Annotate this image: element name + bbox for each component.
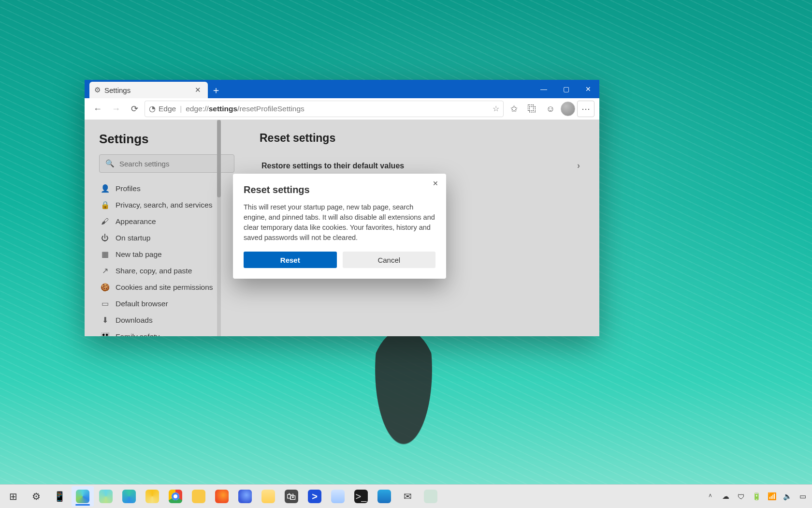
dialog-title: Reset settings — [244, 184, 435, 195]
maximize-button[interactable]: ▢ — [555, 80, 577, 98]
tab-close-button[interactable]: ✕ — [192, 85, 203, 95]
desktop-wallpaper: ⚙ Settings ✕ ＋ — ▢ ✕ ← → ⟳ ◔ Edge | — [0, 0, 812, 508]
minimize-button[interactable]: — — [533, 80, 555, 98]
profile-avatar[interactable] — [561, 102, 575, 116]
address-bar[interactable]: ◔ Edge | edge://settings/resetProfileSet… — [145, 101, 504, 117]
taskbar-chrome[interactable] — [164, 486, 187, 507]
tray-defender[interactable]: 🛡 — [734, 486, 748, 507]
edge-window: ⚙ Settings ✕ ＋ — ▢ ✕ ← → ⟳ ◔ Edge | — [85, 80, 599, 336]
back-button[interactable]: ← — [89, 101, 106, 117]
titlebar[interactable]: ⚙ Settings ✕ ＋ — ▢ ✕ — [85, 80, 599, 98]
url-text: edge://settings/resetProfileSettings — [186, 105, 304, 113]
dialog-close-button[interactable]: ✕ — [429, 177, 442, 190]
taskbar-notepad[interactable] — [327, 486, 349, 507]
taskbar-microsoft-store[interactable]: 🛍 — [280, 486, 303, 507]
forward-button[interactable]: → — [108, 101, 124, 117]
gear-icon: ⚙ — [94, 86, 101, 94]
refresh-button[interactable]: ⟳ — [126, 101, 143, 117]
tray-network[interactable]: 📶 — [765, 486, 779, 507]
window-controls: — ▢ ✕ — [533, 80, 599, 98]
taskbar-file-explorer[interactable] — [257, 486, 279, 507]
collections-button[interactable]: ⿻ — [524, 101, 540, 117]
taskbar-photos[interactable] — [373, 486, 395, 507]
tray-onedrive[interactable]: ☁ — [718, 486, 733, 507]
taskbar-edge-canary[interactable] — [141, 486, 163, 507]
favorite-star-icon[interactable]: ☆ — [493, 105, 499, 113]
taskbar-firefox[interactable] — [211, 486, 233, 507]
feedback-button[interactable]: ☺ — [542, 101, 559, 117]
taskbar-mail[interactable]: ✉ — [396, 486, 419, 507]
reset-settings-dialog: ✕ Reset settings This will reset your st… — [233, 174, 446, 279]
dialog-body: This will reset your startup page, new t… — [244, 202, 435, 243]
taskbar-edge-dev[interactable] — [118, 486, 140, 507]
favorites-button[interactable]: ✩ — [506, 101, 522, 117]
more-menu-button[interactable]: ⋯ — [577, 101, 594, 117]
browser-toolbar: ← → ⟳ ◔ Edge | edge://settings/resetProf… — [85, 98, 599, 120]
address-separator: | — [180, 105, 182, 113]
taskbar-edge[interactable] — [72, 486, 94, 507]
tab-title: Settings — [104, 86, 130, 94]
tray-tray-overflow[interactable]: ＾ — [703, 486, 717, 507]
tray-volume[interactable]: 🔈 — [780, 486, 795, 507]
site-label: Edge — [159, 105, 176, 113]
reset-button[interactable]: Reset — [244, 252, 337, 268]
wallpaper-penguin — [367, 329, 440, 464]
taskbar-chrome-canary[interactable] — [188, 486, 210, 507]
browser-tab[interactable]: ⚙ Settings ✕ — [89, 82, 208, 98]
taskbar-firefox-dev[interactable] — [234, 486, 256, 507]
tray-battery[interactable]: 🔋 — [749, 486, 764, 507]
taskbar-your-phone[interactable]: 📱 — [48, 486, 71, 507]
edge-icon: ◔ — [149, 105, 156, 113]
taskbar[interactable]: ⊞⚙📱🛍>>_✉ ＾☁🛡🔋📶🔈▭ — [0, 484, 812, 508]
taskbar-settings[interactable]: ⚙ — [25, 486, 47, 507]
cancel-button[interactable]: Cancel — [343, 252, 436, 268]
close-window-button[interactable]: ✕ — [577, 80, 599, 98]
taskbar-terminal[interactable]: >_ — [350, 486, 372, 507]
taskbar-powershell[interactable]: > — [304, 486, 326, 507]
tray-action-center[interactable]: ▭ — [796, 486, 810, 507]
new-tab-button[interactable]: ＋ — [208, 82, 224, 98]
taskbar-drive[interactable] — [420, 486, 442, 507]
taskbar-start[interactable]: ⊞ — [2, 486, 24, 507]
site-identity[interactable]: ◔ Edge — [149, 105, 176, 113]
taskbar-edge-beta[interactable] — [95, 486, 117, 507]
browser-content: Settings 🔍 Search settings 👤Profiles🔒Pri… — [85, 120, 599, 336]
